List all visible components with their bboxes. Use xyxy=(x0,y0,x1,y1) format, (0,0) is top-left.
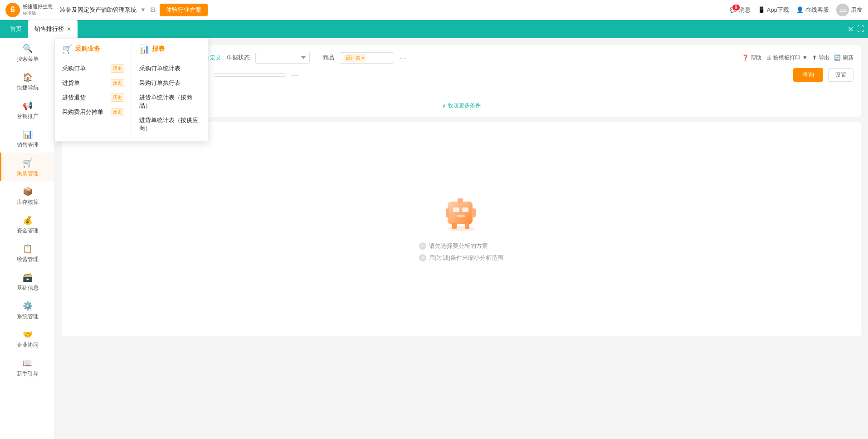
user-item[interactable]: Ea 用友 xyxy=(836,4,863,16)
po-exec-label: 采购订单执行表 xyxy=(139,79,180,87)
industry-button[interactable]: 体验行业方案 xyxy=(160,4,208,16)
sidebar-item-operations-label: 经营管理 xyxy=(17,256,39,263)
dropdown-item-receipt-stat-supplier[interactable]: 进货单统计表（按供应商） xyxy=(139,113,201,136)
goods-more-btn[interactable]: ··· xyxy=(400,54,406,62)
refresh-label: 刷新 xyxy=(843,54,853,62)
tab-close-icon[interactable]: ✕ xyxy=(67,26,71,32)
sidebar-item-system-label: 系统管理 xyxy=(17,313,39,321)
inventory-icon: 📦 xyxy=(23,187,33,197)
set-button[interactable]: 设置 xyxy=(828,68,853,82)
tab-sales-rank[interactable]: 销售排行榜 ✕ xyxy=(28,20,78,38)
staff-input[interactable] xyxy=(214,73,286,77)
receipt-label: 进货单 xyxy=(62,79,80,87)
svg-rect-8 xyxy=(452,223,457,229)
refresh-icon: 🔄 xyxy=(834,54,841,61)
dropdown-item-po-stat[interactable]: 采购订单统计表 xyxy=(139,61,201,76)
po-stat-label: 采购订单统计表 xyxy=(139,64,180,73)
svg-point-0 xyxy=(448,226,475,231)
sidebar: 🔍 搜索菜单 🏠 快捷导航 📢 营销推广 📊 销售管理 🛒 采购管理 📦 库存核… xyxy=(0,38,54,439)
tab-right-actions: ✕ ⛶ xyxy=(848,25,864,34)
settings-icon[interactable]: ⚙ xyxy=(150,5,156,14)
tabbar: 首页 销售排行榜 ✕ ✕ ⛶ xyxy=(0,20,868,38)
topbar-right: 💬 9 消息 📱 App下载 👤 在线客服 Ea 用友 xyxy=(730,4,863,16)
svg-rect-7 xyxy=(472,208,476,217)
sidebar-item-marketing-label: 营销推广 xyxy=(17,113,39,120)
sidebar-item-inventory[interactable]: 📦 库存核算 xyxy=(0,181,54,210)
sidebar-item-inventory-label: 库存核算 xyxy=(17,198,39,206)
hint1-text: 请先选择要分析的方案 xyxy=(429,240,488,252)
help-icon: ❓ xyxy=(742,54,749,61)
goods-tag-input[interactable]: 设计素 × xyxy=(340,52,394,64)
dropdown-item-expense[interactable]: 采购费用分摊单 历史 xyxy=(62,105,124,119)
sidebar-item-operations[interactable]: 📋 经营管理 xyxy=(0,238,54,267)
goods-tag-close[interactable]: × xyxy=(361,55,364,60)
export-button[interactable]: ⬆ 导出 xyxy=(812,54,829,62)
sidebar-item-search-label: 搜索菜单 xyxy=(17,55,39,63)
sidebar-item-enterprise-label: 企业协同 xyxy=(17,341,39,349)
dropdown-item-po-exec[interactable]: 采购订单执行表 xyxy=(139,76,201,90)
tab-home-label: 首页 xyxy=(10,25,22,33)
doc-status-select[interactable] xyxy=(255,52,310,64)
expense-label: 采购费用分摊单 xyxy=(62,108,103,116)
empty-illustration xyxy=(434,186,488,231)
help-button[interactable]: ❓ 帮助 xyxy=(742,54,761,62)
dropdown-col2-title-text: 报表 xyxy=(152,45,165,53)
sys-title-dropdown[interactable]: ▼ xyxy=(140,6,146,13)
sidebar-item-finance[interactable]: 💰 资金管理 xyxy=(0,210,54,238)
print-button[interactable]: 🖨 按模板打印 ▼ xyxy=(766,54,808,62)
staff-more-btn[interactable]: ··· xyxy=(292,71,298,79)
dropdown-col-purchase: 🛒 采购业务 采购订单 历史 进货单 历史 进货退货 历史 采购费用分摊单 历史 xyxy=(55,44,132,136)
sidebar-item-system[interactable]: ⚙️ 系统管理 xyxy=(0,296,54,324)
logo-text: 畅捷通好生意 标准版 xyxy=(23,3,53,16)
search-icon: 🔍 xyxy=(23,44,33,54)
service-icon: 👤 xyxy=(796,6,804,13)
doc-status-label: 单据状态 xyxy=(226,54,250,62)
svg-rect-4 xyxy=(457,215,465,217)
message-icon-wrap: 💬 9 xyxy=(730,6,737,13)
tab-expand-action[interactable]: ⛶ xyxy=(857,25,864,33)
sidebar-item-basic[interactable]: 🗃️ 基础信息 xyxy=(0,267,54,296)
print-dropdown-icon[interactable]: ▼ xyxy=(802,54,808,61)
tab-close-action[interactable]: ✕ xyxy=(848,25,853,34)
avatar: Ea xyxy=(836,4,849,16)
toolbar-right: ❓ 帮助 🖨 按模板打印 ▼ ⬆ 导出 🔄 刷新 xyxy=(742,54,853,62)
sidebar-item-sales[interactable]: 📊 销售管理 xyxy=(0,124,54,153)
guide-icon: 📖 xyxy=(23,358,33,368)
marketing-icon: 📢 xyxy=(23,101,33,111)
export-label: 导出 xyxy=(819,54,829,62)
sidebar-item-guide[interactable]: 📖 新手引导 xyxy=(0,353,54,381)
topbar-center: 装备及固定资产辅助管理系统 ▼ ⚙ 体验行业方案 xyxy=(60,4,730,16)
sidebar-item-enterprise[interactable]: 🤝 企业协同 xyxy=(0,324,54,353)
refresh-button[interactable]: 🔄 刷新 xyxy=(834,54,853,62)
sidebar-item-finance-label: 资金管理 xyxy=(17,227,39,235)
robot-svg xyxy=(434,186,488,231)
sidebar-item-sales-label: 销售管理 xyxy=(17,141,39,149)
tab-home[interactable]: 首页 xyxy=(4,20,28,38)
sidebar-item-purchase[interactable]: 🛒 采购管理 xyxy=(0,153,54,181)
message-item[interactable]: 💬 9 消息 xyxy=(730,6,751,14)
collapse-label: 收起更多条件 xyxy=(448,102,481,109)
dropdown-menu: 🛒 采购业务 采购订单 历史 进货单 历史 进货退货 历史 采购费用分摊单 历史 xyxy=(54,38,209,142)
service-label: 在线客服 xyxy=(805,6,829,14)
sidebar-item-quicknav[interactable]: 🏠 快捷导航 xyxy=(0,67,54,95)
goods-label: 商品 xyxy=(322,54,334,62)
dropdown-col2-title: 📊 报表 xyxy=(139,44,201,57)
message-label: 消息 xyxy=(739,6,751,14)
user-label: 用友 xyxy=(851,6,863,14)
sidebar-item-search[interactable]: 🔍 搜索菜单 xyxy=(0,38,54,67)
help-label: 帮助 xyxy=(751,54,761,62)
dropdown-item-receipt-stat-goods[interactable]: 进货单统计表（按商品） xyxy=(139,90,201,113)
app-download-item[interactable]: 📱 App下载 xyxy=(758,6,789,14)
dropdown-item-return[interactable]: 进货退货 历史 xyxy=(62,90,124,105)
dropdown-item-receipt[interactable]: 进货单 历史 xyxy=(62,76,124,90)
dropdown-col1-title-text: 采购业务 xyxy=(75,45,100,53)
finance-icon: 💰 xyxy=(23,215,33,225)
query-button[interactable]: 查询 xyxy=(793,68,823,82)
dropdown-item-purchase-order[interactable]: 采购订单 历史 xyxy=(62,61,124,76)
receipt-stat-goods-label: 进货单统计表（按商品） xyxy=(139,94,201,110)
system-icon: ⚙️ xyxy=(23,301,33,311)
empty-hint-1: ① 请先选择要分析的方案 xyxy=(419,240,503,252)
query-btns: 查询 设置 xyxy=(793,68,853,82)
sidebar-item-marketing[interactable]: 📢 营销推广 xyxy=(0,95,54,124)
online-service-item[interactable]: 👤 在线客服 xyxy=(796,6,829,14)
